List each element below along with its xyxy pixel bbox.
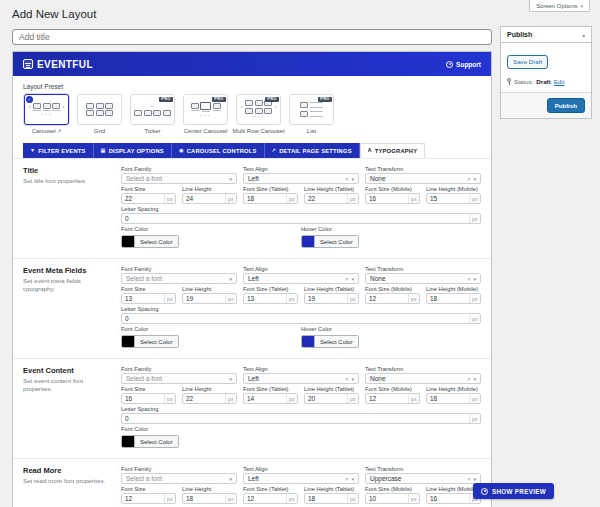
- event-meta-fields-font-size-tablet-input[interactable]: [244, 294, 286, 303]
- tab-carousel-controls[interactable]: ◉CAROUSEL CONTROLS: [172, 143, 265, 158]
- collapse-toggle-icon[interactable]: ▴: [582, 32, 585, 38]
- read-more-text-transform-select[interactable]: Uppercase×▾: [365, 473, 481, 484]
- title-line-height-input[interactable]: [183, 194, 225, 203]
- event-content-line-height-mobile: px: [426, 393, 481, 404]
- event-meta-fields-line-height-mobile-input[interactable]: [427, 294, 469, 303]
- list-thumbnail: [300, 101, 323, 118]
- title-input[interactable]: [12, 29, 492, 45]
- field-label: Font Color: [121, 326, 301, 332]
- hover_color-group: Hover ColorSelect Color: [301, 226, 481, 251]
- clear-x-icon[interactable]: ×: [467, 376, 470, 382]
- clear-x-icon[interactable]: ×: [345, 376, 348, 382]
- title-font-size-tablet-input[interactable]: [244, 194, 286, 203]
- clear-x-icon[interactable]: ×: [345, 176, 348, 182]
- hover_color-button[interactable]: Select Color: [301, 335, 359, 348]
- clear-x-icon[interactable]: ×: [345, 476, 348, 482]
- preset-name-ticker: Ticker: [144, 128, 160, 134]
- event-meta-fields-letter-spacing-input[interactable]: [122, 314, 469, 323]
- read-more-text-align-select[interactable]: Left×▾: [243, 473, 359, 484]
- font_color-button[interactable]: Select Color: [121, 235, 179, 248]
- event-content-line-height-input[interactable]: [183, 394, 225, 403]
- carousel-controls-icon: ◉: [179, 148, 184, 153]
- event-content-font-family-select[interactable]: Select a font▾: [121, 373, 237, 384]
- tab-typography[interactable]: ATYPOGRAPHY: [360, 143, 426, 158]
- title-font-size-input[interactable]: [122, 194, 164, 203]
- preset-card-multi-row-carousel[interactable]: PRO‹›• • •: [236, 94, 281, 125]
- preset-card-carousel[interactable]: ✓‹›• • •: [24, 94, 69, 125]
- tab-display-options[interactable]: ▦DISPLAY OPTIONS: [94, 143, 172, 158]
- px-unit-label: px: [469, 194, 480, 203]
- px-unit-label: px: [408, 194, 419, 203]
- preset-card-center-carousel[interactable]: PRO• • •: [183, 94, 228, 125]
- field-label: Line Height (Mobile): [426, 386, 481, 392]
- read-more-font-size-input[interactable]: [122, 494, 164, 503]
- preset-card-grid[interactable]: [77, 94, 122, 125]
- event-meta-fields-line-height-tablet-input[interactable]: [305, 294, 347, 303]
- section-event-meta-fields: Event Meta FieldsSet event meta fields t…: [13, 259, 491, 359]
- event-meta-fields-font-family-select[interactable]: Select a font▾: [121, 273, 237, 284]
- read-more-line-height-mobile-input[interactable]: [427, 494, 469, 503]
- preset-grid: Grid: [76, 94, 123, 134]
- tab-detail-page-settings[interactable]: ↗DETAIL PAGE SETTINGS: [265, 143, 360, 158]
- select-color-label: Select Color: [315, 236, 358, 247]
- event-content-text-transform-select[interactable]: None×▾: [365, 373, 481, 384]
- preset-name-list: List: [307, 128, 316, 134]
- save-draft-button[interactable]: Save Draft: [507, 55, 548, 69]
- event-content-letter-spacing-input[interactable]: [122, 414, 469, 423]
- field-label: Font Size (Mobile): [365, 386, 420, 392]
- event-content-line-height-tablet-input[interactable]: [305, 394, 347, 403]
- read-more-line-height-tablet-input[interactable]: [305, 494, 347, 503]
- font_color-button[interactable]: Select Color: [121, 435, 179, 448]
- clear-x-icon[interactable]: ×: [467, 176, 470, 182]
- layout-preset-block: Layout Preset ✓‹›• • •Carousel↗GridPRO←T…: [13, 76, 491, 138]
- read-more-font-family-select[interactable]: Select a font▾: [121, 473, 237, 484]
- event-meta-fields-line-height-input[interactable]: [183, 294, 225, 303]
- preset-card-ticker[interactable]: PRO←: [130, 94, 175, 125]
- title-text-transform-select[interactable]: None×▾: [365, 173, 481, 184]
- event-content-line-height-mobile-input[interactable]: [427, 394, 469, 403]
- font_color-button[interactable]: Select Color: [121, 335, 179, 348]
- title-line-height-tablet-input[interactable]: [305, 194, 347, 203]
- event-content-font-size-input[interactable]: [122, 394, 164, 403]
- screen-options-button[interactable]: Screen Options ▾: [529, 0, 590, 12]
- title-font-family-select[interactable]: Select a font▾: [121, 173, 237, 184]
- px-unit-label: px: [469, 414, 480, 423]
- publish-button[interactable]: Publish: [547, 98, 585, 113]
- event-meta-fields-text-transform-select[interactable]: None×▾: [365, 273, 481, 284]
- show-preview-button[interactable]: SHOW PREVIEW: [473, 483, 554, 499]
- px-unit-label: px: [164, 494, 175, 503]
- multi-row-carousel-thumbnail: ‹›• • •: [240, 100, 278, 119]
- event-content-text-align-select[interactable]: Left×▾: [243, 373, 359, 384]
- read-more-info: Read MoreSet read more font properties.: [23, 466, 121, 507]
- preset-center-carousel: PRO• • •Center Carousel: [182, 94, 229, 134]
- field-label: Line Height (Mobile): [426, 186, 481, 192]
- clear-x-icon[interactable]: ×: [467, 476, 470, 482]
- read-more-font-size-tablet-input[interactable]: [244, 494, 286, 503]
- title-font-size-mobile: px: [365, 193, 420, 204]
- clear-x-icon[interactable]: ×: [467, 276, 470, 282]
- event-meta-fields-font-size-input[interactable]: [122, 294, 164, 303]
- preset-card-list[interactable]: PRO: [289, 94, 334, 125]
- tab-filter-events[interactable]: ▼FILTER EVENTS: [23, 143, 94, 158]
- support-link[interactable]: Support: [446, 61, 481, 68]
- calendar-icon: [23, 59, 33, 69]
- event-meta-fields-font-size-mobile-input[interactable]: [366, 294, 408, 303]
- px-unit-label: px: [286, 194, 297, 203]
- title-font-size-mobile-input[interactable]: [366, 194, 408, 203]
- status-row: Status: Draft Edit: [507, 78, 585, 85]
- status-edit-link[interactable]: Edit: [554, 78, 565, 85]
- clear-x-icon[interactable]: ×: [345, 276, 348, 282]
- event-content-font-size-tablet-input[interactable]: [244, 394, 286, 403]
- read-more-font-size-mobile-input[interactable]: [366, 494, 408, 503]
- field-label: Text Align: [243, 466, 359, 472]
- event-meta-fields-text-align-select[interactable]: Left×▾: [243, 273, 359, 284]
- section-title: Read More: [23, 466, 113, 475]
- select-value: Select a font: [126, 375, 162, 382]
- read-more-line-height-input[interactable]: [183, 494, 225, 503]
- title-text-align-select[interactable]: Left×▾: [243, 173, 359, 184]
- title-line-height-mobile-input[interactable]: [427, 194, 469, 203]
- hover_color-button[interactable]: Select Color: [301, 235, 359, 248]
- title-letter-spacing-input[interactable]: [122, 214, 469, 223]
- px-unit-label: px: [347, 194, 358, 203]
- event-content-font-size-mobile-input[interactable]: [366, 394, 408, 403]
